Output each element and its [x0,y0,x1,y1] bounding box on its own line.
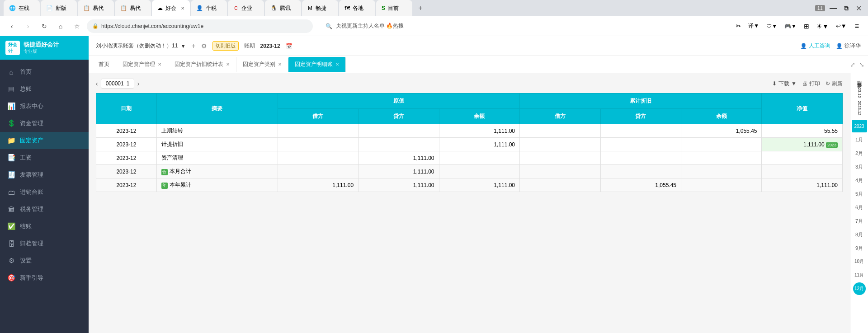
cell-summary: 资产清理 [156,151,278,165]
shield-btn[interactable]: 🛡▼ [764,23,780,29]
period-selected-start: 2023.12 [857,83,862,98]
th-orig-credit: 贷方 [359,109,439,124]
settings-gear-icon[interactable]: ⚙ [201,42,207,50]
sidebar-item-payroll[interactable]: 📑 工资 [0,149,89,166]
sidebar-item-home[interactable]: ⌂ 首页 [0,63,89,80]
close-btn[interactable]: ✕ [853,4,864,13]
back-btn[interactable]: ‹ [5,20,18,33]
collapse-icon[interactable]: ⤢ [850,61,855,68]
browser-tab-yidai2[interactable]: 📋 易代 [115,0,151,16]
period-month-2[interactable]: 2月 [852,147,867,159]
cell-orig-debit [278,165,358,178]
period-month-10[interactable]: 10月 [852,255,867,268]
period-month-7[interactable]: 7月 [852,215,867,227]
sidebar-item-sales[interactable]: 🗃 进销台账 [0,183,89,201]
prev-page-btn[interactable]: ‹ [96,80,98,87]
period-month-9[interactable]: 9月 [852,242,867,254]
cell-orig-balance: 1,111.00 [439,178,519,192]
tab-icon: 📋 [120,5,127,11]
browser-tab-qiye[interactable]: Ｃ 企业 [228,0,264,16]
close-tab-asset-detail-ledger[interactable]: ✕ [335,62,339,67]
browser-tab-new[interactable]: 📄 新版 [41,0,77,16]
tab-label: 腾讯 [280,5,291,12]
home-btn[interactable]: ⌂ [54,20,67,33]
period-month-11[interactable]: 11月 [852,269,867,281]
period-month-1[interactable]: 1月 [852,133,867,146]
tab-home[interactable]: 首页 [92,57,116,72]
sidebar-item-fixed-assets[interactable]: 📁 固定资产 [0,132,89,149]
period-month-4[interactable]: 4月 [852,174,867,187]
sidebar: 好会计 畅捷通好会计 专业版 ⌂ 首页 ▤ 总账 📊 报表中心 💲 资金管理 [0,36,89,333]
period-month-6[interactable]: 6月 [852,201,867,214]
browser-tab-geshui[interactable]: 👤 个税 [191,0,227,16]
menu-btn[interactable]: ≡ [851,22,863,30]
translate-btn[interactable]: 译▼ [745,22,762,30]
grid-btn[interactable]: ⊞ [801,23,812,30]
forward-btn[interactable]: › [22,20,34,33]
toolbar-row: ‹ 000001 1 › ⬇ 下载 ▼ [96,79,843,89]
browser-tab-tengxun[interactable]: 🐧 腾讯 [265,0,301,16]
cell-acc-credit [600,124,681,138]
print-btn[interactable]: 🖨 打印 [802,80,820,88]
undo-btn[interactable]: ↩▼ [833,23,849,29]
period-month-3[interactable]: 3月 [852,160,867,173]
sidebar-item-invoice[interactable]: 🧾 发票管理 [0,166,89,183]
add-company-btn[interactable]: + [191,42,195,50]
search-placeholder: 央视更新主持人名单 🔥热搜 [336,22,404,30]
expand-icon[interactable]: ⤡ [859,61,864,68]
download-btn[interactable]: ⬇ 下载 ▼ [772,80,797,88]
sidebar-item-funds[interactable]: 💲 资金管理 [0,115,89,132]
support-btn[interactable]: 👤 人工咨询 [800,42,830,50]
sales-icon: 🗃 [7,188,15,196]
sidebar-item-general-ledger[interactable]: ▤ 总账 [0,80,89,98]
cell-summary: 合本月合计 [156,165,278,178]
game-btn[interactable]: 🎮▼ [782,23,799,29]
reload-btn[interactable]: ↻ [38,20,51,33]
tab-depreciation-stats[interactable]: 固定资产折旧统计表 ✕ [168,57,236,72]
tab-asset-category[interactable]: 固定资产类别 ✕ [236,57,288,72]
switch-version-btn[interactable]: 切到旧版 [212,41,239,51]
company-selector[interactable]: 刘小艳演示账套（勿删勿动！）11 ▼ [96,42,186,50]
calendar-icon[interactable]: 📅 [286,43,292,49]
user-info[interactable]: 👤 徐译华 [836,42,861,50]
sidebar-item-closing[interactable]: ✅ 结账 [0,218,89,235]
th-acc-debit: 借方 [520,109,600,124]
scissors-icon[interactable]: ✂ [733,23,744,29]
period-year-2023[interactable]: 2023 [852,120,867,132]
cell-date: 2023-12 [96,151,157,165]
sidebar-item-reports[interactable]: 📊 报表中心 [0,98,89,115]
browser-tab-muqian[interactable]: S 目前 [376,0,412,16]
close-tab-depreciation-stats[interactable]: ✕ [226,62,230,67]
close-tab-fixed-assets-mgmt[interactable]: ✕ [158,62,161,67]
browser-tab-haohui[interactable]: ☁ 好会 ✕ [152,0,190,16]
sidebar-item-settings[interactable]: ⚙ 设置 [0,252,89,269]
tab-close-btn[interactable]: ✕ [181,6,184,11]
brightness-btn[interactable]: ☀▼ [814,23,831,30]
minimize-btn[interactable]: — [827,4,840,12]
period-month-5[interactable]: 5月 [852,188,867,200]
browser-tab-changjie[interactable]: Ｍ 畅捷 [302,0,338,16]
sidebar-item-guide[interactable]: 🎯 新手引导 [0,269,89,286]
cell-acc-credit: 1,055.45 [600,178,681,192]
bookmark-btn[interactable]: ☆ [71,20,83,33]
sidebar-item-archive[interactable]: 🗄 归档管理 [0,235,89,252]
tab-asset-detail-ledger[interactable]: 固定资产明细账 ✕ [288,57,346,72]
url-bar[interactable]: 🔒 https://cloud.chanjet.com/accounting/u… [87,19,313,33]
period-month-8[interactable]: 8月 [852,228,867,241]
app-name: 畅捷通好会计 [24,41,59,49]
new-tab-btn[interactable]: + [413,0,428,16]
cell-acc-debit [520,138,600,151]
refresh-btn[interactable]: ↻ 刷新 [826,80,843,88]
sidebar-item-tax[interactable]: 🏛 税务管理 [0,201,89,218]
browser-tab-yidai1[interactable]: 📋 易代 [78,0,114,16]
period-month-12[interactable]: 12月 [853,282,866,295]
close-tab-asset-category[interactable]: ✕ [278,62,282,67]
cell-orig-debit [278,151,358,165]
next-page-btn[interactable]: › [137,80,139,87]
restore-btn[interactable]: ⧉ [841,5,851,12]
cell-acc-credit [600,165,681,178]
tab-fixed-assets-mgmt[interactable]: 固定资产管理 ✕ [116,57,168,72]
sidebar-label-settings: 设置 [20,257,32,265]
browser-tab-gedi[interactable]: 🗺 各地 [339,0,375,16]
browser-tab-online[interactable]: 🌐 在线 [4,0,40,16]
